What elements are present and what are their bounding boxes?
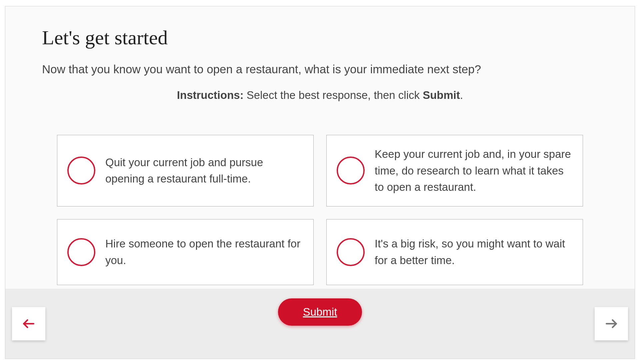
option-card-3[interactable]: Hire someone to open the restaurant for …	[57, 219, 314, 285]
instructions-suffix: .	[460, 89, 463, 101]
option-text: It's a big risk, so you might want to wa…	[375, 235, 573, 268]
option-card-4[interactable]: It's a big risk, so you might want to wa…	[326, 219, 583, 285]
prev-button[interactable]	[12, 307, 45, 340]
next-button[interactable]	[595, 307, 628, 340]
radio-icon	[67, 157, 95, 184]
page-title: Let's get started	[42, 26, 598, 49]
instructions-prefix: Instructions:	[177, 89, 244, 101]
footer-bar: Submit	[5, 289, 635, 359]
submit-button[interactable]: Submit	[278, 298, 362, 326]
options-grid: Quit your current job and pursue opening…	[42, 135, 598, 285]
quiz-slide: Let's get started Now that you know you …	[5, 6, 635, 359]
instructions-bold-word: Submit	[423, 89, 460, 101]
option-text: Quit your current job and pursue opening…	[105, 154, 303, 187]
radio-icon	[337, 238, 365, 266]
radio-icon	[67, 238, 95, 266]
instructions-middle: Select the best response, then click	[244, 89, 423, 101]
option-card-2[interactable]: Keep your current job and, in your spare…	[326, 135, 583, 206]
option-text: Hire someone to open the restaurant for …	[105, 235, 303, 268]
radio-icon	[337, 157, 365, 184]
arrow-right-icon	[604, 316, 619, 331]
content-area: Let's get started Now that you know you …	[5, 6, 635, 285]
option-card-1[interactable]: Quit your current job and pursue opening…	[57, 135, 314, 206]
option-text: Keep your current job and, in your spare…	[375, 146, 573, 195]
arrow-left-icon	[21, 316, 36, 331]
instructions-text: Instructions: Select the best response, …	[42, 89, 598, 102]
question-text: Now that you know you want to open a res…	[42, 61, 598, 77]
